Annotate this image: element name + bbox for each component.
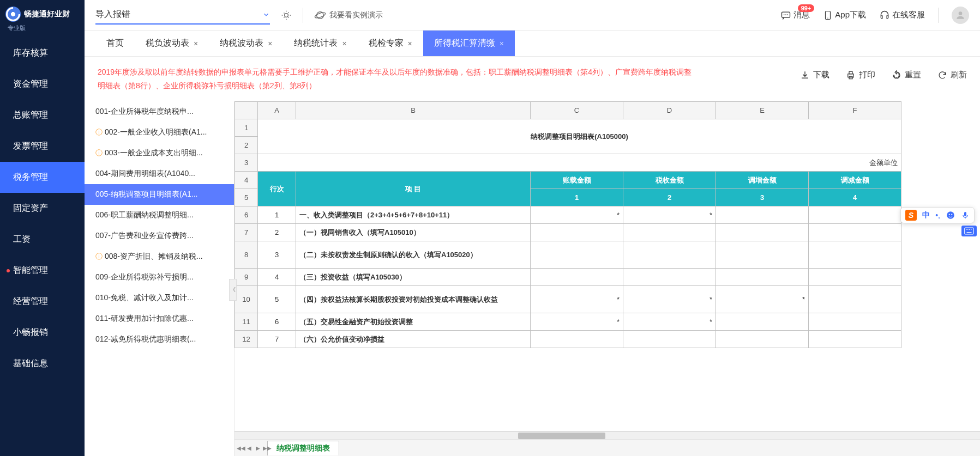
data-cell[interactable] [809, 313, 901, 331]
ime-lang[interactable]: 中 [922, 210, 930, 220]
row-header[interactable]: 3 [235, 154, 258, 172]
row-header[interactable]: 2 [235, 137, 258, 154]
item-cell[interactable]: （三）投资收益（填写A105030） [296, 269, 531, 286]
data-cell[interactable] [809, 269, 901, 286]
data-cell[interactable]: * [531, 206, 623, 224]
chevron-down-icon[interactable] [262, 11, 270, 19]
nav-item[interactable]: 税务管理 [0, 162, 85, 193]
data-cell[interactable]: * [716, 286, 809, 313]
refresh-button[interactable]: 刷新 [937, 70, 967, 80]
reset-button[interactable]: 重置 [892, 70, 921, 80]
row-index-cell[interactable]: 2 [258, 224, 296, 241]
form-list-item[interactable]: 001-企业所得税年度纳税申... [85, 101, 234, 122]
row-header[interactable]: 8 [235, 241, 258, 269]
data-cell[interactable] [809, 224, 901, 241]
ime-emoji-icon[interactable] [946, 210, 955, 220]
data-cell[interactable] [716, 331, 809, 348]
data-cell[interactable] [716, 313, 809, 331]
data-cell[interactable]: * [531, 286, 623, 313]
spreadsheet-grid[interactable]: ABCDEF1纳税调整项目明细表(A105000)23金额单位4行次项 目账载金… [235, 101, 980, 431]
search-box[interactable]: 导入报错 [95, 5, 270, 25]
row-header[interactable]: 6 [235, 206, 258, 224]
item-cell[interactable]: （四）按权益法核算长期股权投资对初始投资成本调整确认收益 [296, 286, 531, 313]
avatar[interactable] [952, 7, 969, 24]
data-cell[interactable] [716, 269, 809, 286]
row-header[interactable]: 7 [235, 224, 258, 241]
form-list-item[interactable]: 006-职工薪酬纳税调整明细... [85, 205, 234, 226]
print-button[interactable]: 打印 [846, 70, 875, 80]
data-cell[interactable] [623, 224, 716, 241]
data-cell[interactable] [809, 331, 901, 348]
row-index-cell[interactable]: 6 [258, 313, 296, 331]
data-cell[interactable]: * [623, 206, 716, 224]
data-cell[interactable] [531, 331, 623, 348]
data-cell[interactable] [531, 224, 623, 241]
data-cell[interactable]: * [623, 286, 716, 313]
column-header[interactable]: E [716, 102, 809, 119]
close-icon[interactable]: × [342, 39, 346, 48]
nav-item[interactable]: 经营管理 [0, 286, 85, 317]
form-list-item[interactable]: ⓘ003-一般企业成本支出明细... [85, 143, 234, 163]
row-header[interactable]: 10 [235, 286, 258, 313]
item-cell[interactable]: （二）未按权责发生制原则确认的收入（填写A105020） [296, 241, 531, 269]
form-list-item[interactable]: 012-减免所得税优惠明细表(... [85, 329, 234, 350]
tab[interactable]: 所得税汇算清缴× [423, 31, 515, 56]
form-list-item[interactable]: 004-期间费用明细表(A1040... [85, 163, 234, 184]
online-service-button[interactable]: 在线客服 [879, 10, 925, 21]
form-list-item[interactable]: 007-广告费和业务宣传费跨... [85, 226, 234, 246]
ime-punct-icon[interactable]: •, [935, 211, 940, 220]
data-cell[interactable] [809, 241, 901, 269]
close-icon[interactable]: × [194, 39, 198, 48]
tab[interactable]: 首页 [95, 31, 135, 56]
nav-item[interactable]: 总账管理 [0, 100, 85, 131]
messages-button[interactable]: 消息 99+ [780, 10, 810, 21]
ime-keyboard-icon[interactable] [961, 226, 977, 236]
close-icon[interactable]: × [500, 39, 504, 48]
data-cell[interactable] [531, 269, 623, 286]
row-index-cell[interactable]: 1 [258, 206, 296, 224]
row-header[interactable]: 9 [235, 269, 258, 286]
row-index-cell[interactable]: 4 [258, 269, 296, 286]
nav-item[interactable]: 固定资产 [0, 193, 85, 224]
form-list-item[interactable]: 009-企业所得税弥补亏损明... [85, 267, 234, 288]
item-cell[interactable]: （六）公允价值变动净损益 [296, 331, 531, 348]
sheet-nav-controls[interactable]: ◀◀◀▶▶▶ [237, 445, 270, 451]
data-cell[interactable] [623, 241, 716, 269]
tab[interactable]: 纳税统计表× [283, 31, 357, 56]
nav-item[interactable]: 智能管理 [0, 255, 85, 286]
horizontal-scrollbar[interactable] [235, 431, 980, 440]
row-header[interactable]: 11 [235, 313, 258, 331]
column-header[interactable]: D [623, 102, 716, 119]
sheet-tab[interactable]: 纳税调整明细表 [267, 441, 339, 455]
tab[interactable]: 纳税波动表× [209, 31, 283, 56]
data-cell[interactable] [623, 331, 716, 348]
tab[interactable]: 税检专家× [358, 31, 423, 56]
data-cell[interactable] [716, 206, 809, 224]
nav-item[interactable]: 工资 [0, 224, 85, 255]
nav-item[interactable]: 库存核算 [0, 38, 85, 69]
demo-link[interactable]: 我要看实例演示 [314, 9, 383, 21]
column-header[interactable]: C [531, 102, 623, 119]
nav-item[interactable]: 发票管理 [0, 131, 85, 162]
download-button[interactable]: 下载 [800, 70, 829, 80]
app-download-button[interactable]: App下载 [823, 10, 866, 21]
form-list-item[interactable]: 005-纳税调整项目明细表(A1... [85, 184, 234, 205]
row-index-cell[interactable]: 3 [258, 241, 296, 269]
row-index-cell[interactable]: 5 [258, 286, 296, 313]
nav-item[interactable]: 基础信息 [0, 348, 85, 379]
ime-toolbar[interactable]: S 中 •, [900, 207, 975, 223]
close-icon[interactable]: × [408, 39, 412, 48]
row-header[interactable]: 1 [235, 119, 258, 137]
gear-icon[interactable] [281, 10, 292, 21]
collapse-handle[interactable]: 《 [229, 279, 237, 301]
item-cell[interactable]: 一、收入类调整项目（2+3+4+5+6+7+8+10+11） [296, 206, 531, 224]
column-header[interactable]: A [258, 102, 296, 119]
column-header[interactable]: F [809, 102, 901, 119]
data-cell[interactable] [809, 286, 901, 313]
data-cell[interactable] [531, 241, 623, 269]
data-cell[interactable]: * [623, 313, 716, 331]
row-header[interactable]: 12 [235, 331, 258, 348]
form-list-item[interactable]: ⓘ008-资产折旧、摊销及纳税... [85, 246, 234, 267]
data-cell[interactable] [623, 269, 716, 286]
row-index-cell[interactable]: 7 [258, 331, 296, 348]
